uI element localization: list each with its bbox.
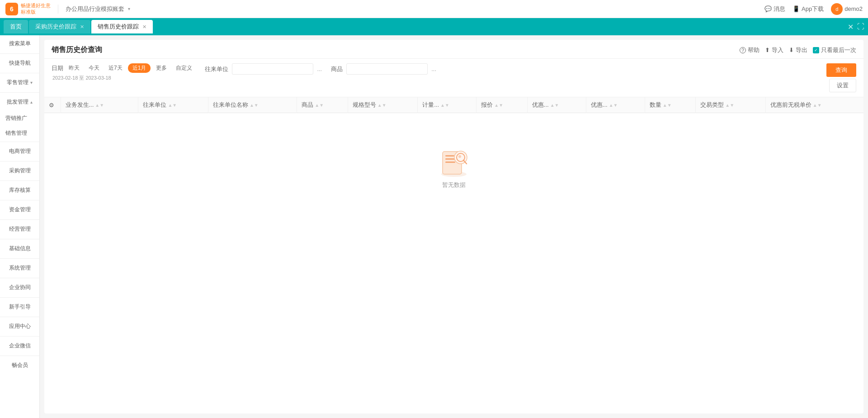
search-button[interactable]: 查询	[826, 63, 856, 77]
topbar-dropdown-icon[interactable]: ▾	[128, 6, 130, 11]
partner-filter-input[interactable]	[232, 63, 313, 75]
partner-filter-ellipsis[interactable]: ...	[317, 66, 322, 72]
sort-biz-date-icon: ▲▼	[95, 103, 104, 108]
date-btn-last7[interactable]: 近7天	[105, 63, 126, 73]
product-filter-label: 商品	[331, 65, 343, 73]
sidebar-item-app-center[interactable]: 应用中心	[0, 318, 39, 335]
col-partner-code[interactable]: 往来单位 ▲▼	[138, 97, 208, 113]
app-download-label: App下载	[802, 5, 824, 13]
table-header-row: ⚙ 业务发生... ▲▼ 往来单位	[44, 97, 863, 113]
topbar-message-btn[interactable]: 💬 消息	[764, 5, 785, 13]
sidebar-item-system-mgmt[interactable]: 系统管理	[0, 260, 39, 277]
sidebar-sub-item-sales-mgmt[interactable]: 销售管理	[0, 126, 39, 141]
sidebar-divider-12	[0, 297, 39, 298]
sidebar-item-quick-nav[interactable]: 快捷导航	[0, 55, 39, 72]
sidebar-enterprise-agree-label: 企业协同	[9, 284, 31, 291]
sort-pre-tax-price-icon: ▲▼	[813, 103, 822, 108]
col-gear[interactable]: ⚙	[44, 97, 61, 113]
filter-date-row: 日期 昨天 今天 近7天 近1月 更多 自定义	[52, 63, 196, 73]
sort-quoted-price-icon: ▲▼	[494, 103, 503, 108]
col-trade-type[interactable]: 交易类型 ▲▼	[696, 97, 765, 113]
sidebar-item-search-menu[interactable]: 搜索菜单	[0, 35, 39, 52]
sidebar-item-enterprise-agree[interactable]: 企业协同	[0, 279, 39, 296]
tab-home[interactable]: 首页	[4, 20, 28, 33]
help-label: 帮助	[748, 46, 760, 54]
col-partner-name-label: 往来单位名称	[213, 101, 248, 109]
col-spec[interactable]: 规格型号 ▲▼	[348, 97, 417, 113]
sidebar-item-guide[interactable]: 新手引导	[0, 299, 39, 316]
filter-partner-group: 往来单位 ...	[205, 63, 322, 75]
sidebar-quick-nav-label: 快捷导航	[9, 59, 31, 67]
message-label: 消息	[774, 5, 785, 13]
sidebar-divider-4	[0, 142, 39, 142]
export-btn[interactable]: ⬇ 导出	[789, 46, 807, 54]
main-layout: 搜索菜单 快捷导航 零售管理 ▾ 批发管理 ▴ 营销推广 销售管理 电商管理 采…	[0, 35, 868, 418]
tabbar: 首页 采购历史价跟踪 ✕ 销售历史价跟踪 ✕ ✕ ⛶	[0, 18, 868, 35]
product-filter-ellipsis[interactable]: ...	[431, 66, 436, 72]
date-btn-custom[interactable]: 自定义	[172, 63, 196, 73]
sidebar-item-purchase[interactable]: 采购管理	[0, 162, 39, 180]
username: demo2	[844, 5, 863, 12]
col-biz-date[interactable]: 业务发生... ▲▼	[61, 97, 138, 113]
sidebar-divider-15	[0, 356, 39, 356]
only-last-checkbox-icon: ✓	[813, 47, 819, 53]
sidebar-marketing-label: 营销推广	[5, 115, 27, 121]
sidebar-item-ecommerce[interactable]: 电商管理	[0, 143, 39, 160]
empty-state: 暂无数据	[44, 113, 863, 216]
tab-sales-close-icon[interactable]: ✕	[142, 24, 146, 30]
product-filter-input[interactable]	[346, 63, 428, 75]
sidebar-member-label: 畅会员	[12, 361, 28, 369]
sort-spec-icon: ▲▼	[377, 103, 387, 108]
sidebar-system-mgmt-label: 系统管理	[9, 264, 31, 272]
sidebar-item-inventory[interactable]: 库存核算	[0, 182, 39, 199]
tabbar-actions: ✕ ⛶	[848, 23, 864, 31]
col-product[interactable]: 商品 ▲▼	[297, 97, 348, 113]
date-btn-yesterday[interactable]: 昨天	[65, 63, 83, 73]
sidebar-app-center-label: 应用中心	[9, 323, 31, 330]
col-partner-name[interactable]: 往来单位名称 ▲▼	[208, 97, 297, 113]
sidebar-guide-label: 新手引导	[9, 303, 31, 311]
sidebar-enterprise-wechat-label: 企业微信	[9, 342, 31, 350]
col-discount1[interactable]: 优惠... ▲▼	[527, 97, 586, 113]
only-last-checkbox-label[interactable]: ✓ 只看最后一次	[813, 46, 856, 54]
tab-sales-history[interactable]: 销售历史价跟踪 ✕	[91, 20, 153, 33]
date-btn-more[interactable]: 更多	[152, 63, 170, 73]
sort-discount1-icon: ▲▼	[550, 103, 559, 108]
col-unit[interactable]: 计量... ▲▼	[418, 97, 476, 113]
export-icon: ⬇	[789, 47, 794, 53]
sidebar-item-finance[interactable]: 资金管理	[0, 201, 39, 218]
sidebar-item-wholesale-mgmt[interactable]: 批发管理 ▴	[0, 94, 39, 111]
import-btn[interactable]: ⬆ 导入	[765, 46, 783, 54]
topbar-left: 6 畅捷通好生意 标准版 办公用品行业模拟账套 ▾	[5, 3, 130, 15]
col-quoted-price[interactable]: 报价 ▲▼	[476, 97, 528, 113]
tab-close-all-icon[interactable]: ✕	[848, 23, 854, 31]
sidebar-finance-label: 资金管理	[9, 206, 31, 214]
col-discount2[interactable]: 优惠... ▲▼	[586, 97, 645, 113]
logo-text: 畅捷通好生意 标准版	[21, 3, 51, 14]
topbar-user[interactable]: d demo2	[831, 3, 863, 15]
sort-partner-name-icon: ▲▼	[250, 103, 259, 108]
date-filter-label: 日期	[52, 64, 63, 72]
tab-purchase-close-icon[interactable]: ✕	[80, 24, 84, 30]
sidebar-item-business[interactable]: 经营管理	[0, 221, 39, 238]
col-pre-tax-price[interactable]: 优惠前无税单价 ▲▼	[765, 97, 863, 113]
topbar-app-download-btn[interactable]: 📱 App下载	[793, 5, 824, 13]
sidebar-item-member[interactable]: 畅会员	[0, 357, 39, 374]
col-unit-label: 计量...	[422, 101, 439, 109]
tab-purchase-history[interactable]: 采购历史价跟踪 ✕	[29, 20, 90, 33]
settings-button[interactable]: 设置	[829, 79, 856, 92]
date-btn-today[interactable]: 今天	[85, 63, 103, 73]
col-quantity[interactable]: 数量 ▲▼	[645, 97, 696, 113]
sidebar-divider-13	[0, 317, 39, 317]
sidebar-item-enterprise-wechat[interactable]: 企业微信	[0, 337, 39, 355]
tab-fullscreen-icon[interactable]: ⛶	[857, 23, 864, 31]
date-btn-last1month[interactable]: 近1月	[128, 63, 151, 73]
filter-date-col: 日期 昨天 今天 近7天 近1月 更多 自定义 2023-02-18 至 202…	[52, 63, 196, 81]
sidebar-divider-8	[0, 219, 39, 220]
sidebar-sub-item-marketing[interactable]: 营销推广	[0, 111, 39, 126]
help-btn[interactable]: ? 帮助	[740, 46, 760, 54]
sidebar-item-basic-info[interactable]: 基础信息	[0, 240, 39, 257]
sidebar: 搜索菜单 快捷导航 零售管理 ▾ 批发管理 ▴ 营销推广 销售管理 电商管理 采…	[0, 35, 40, 418]
sidebar-item-retail-mgmt[interactable]: 零售管理 ▾	[0, 74, 39, 91]
avatar: d	[831, 3, 843, 15]
